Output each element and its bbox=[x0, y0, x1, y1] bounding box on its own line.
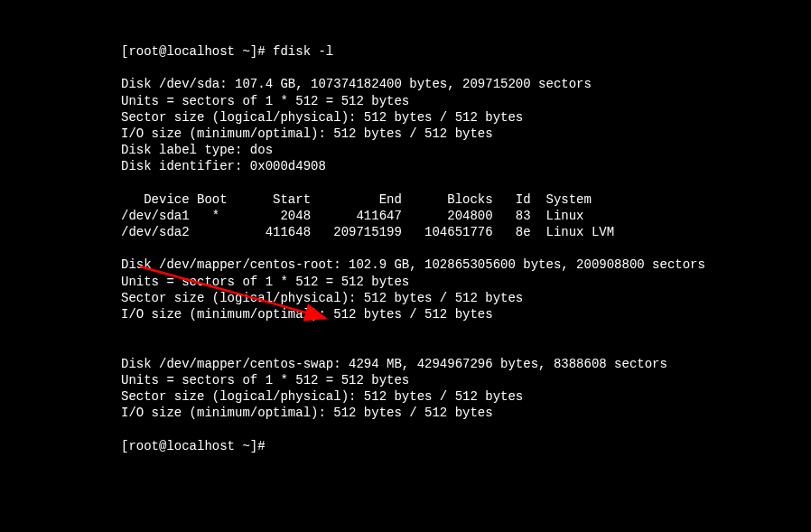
blank-line bbox=[121, 421, 811, 437]
partition-header: Device Boot Start End Blocks Id System bbox=[121, 191, 811, 208]
partition-row-sda1: /dev/sda1 * 2048 411647 204800 83 Linux bbox=[121, 208, 811, 224]
disk-sda-header: Disk /dev/sda: 107.4 GB, 107374182400 by… bbox=[121, 76, 811, 92]
disk-root-header: Disk /dev/mapper/centos-root: 102.9 GB, … bbox=[121, 257, 811, 273]
disk-sda-sector: Sector size (logical/physical): 512 byte… bbox=[121, 109, 811, 126]
disk-sda-units: Units = sectors of 1 * 512 = 512 bytes bbox=[121, 93, 811, 109]
blank-line bbox=[121, 322, 811, 339]
disk-root-units: Units = sectors of 1 * 512 = 512 bytes bbox=[121, 274, 811, 290]
disk-swap-io: I/O size (minimum/optimal): 512 bytes / … bbox=[121, 405, 811, 421]
partition-row-sda2: /dev/sda2 411648 209715199 104651776 8e … bbox=[121, 224, 811, 240]
blank-line bbox=[121, 339, 811, 355]
blank-line bbox=[121, 175, 811, 191]
disk-root-sector: Sector size (logical/physical): 512 byte… bbox=[121, 290, 811, 306]
disk-root-io: I/O size (minimum/optimal): 512 bytes / … bbox=[121, 306, 811, 322]
terminal-output: [root@localhost ~]# fdisk -l Disk /dev/s… bbox=[121, 43, 811, 454]
disk-sda-io: I/O size (minimum/optimal): 512 bytes / … bbox=[121, 126, 811, 142]
disk-swap-header: Disk /dev/mapper/centos-swap: 4294 MB, 4… bbox=[121, 356, 811, 372]
disk-sda-label: Disk label type: dos bbox=[121, 142, 811, 158]
blank-line bbox=[121, 240, 811, 257]
disk-swap-units: Units = sectors of 1 * 512 = 512 bytes bbox=[121, 372, 811, 388]
blank-line bbox=[121, 60, 811, 76]
command-prompt-ready[interactable]: [root@localhost ~]# bbox=[121, 438, 811, 454]
command-prompt-line[interactable]: [root@localhost ~]# fdisk -l bbox=[121, 43, 811, 60]
disk-sda-identifier: Disk identifier: 0x000d4908 bbox=[121, 158, 811, 174]
disk-swap-sector: Sector size (logical/physical): 512 byte… bbox=[121, 388, 811, 405]
